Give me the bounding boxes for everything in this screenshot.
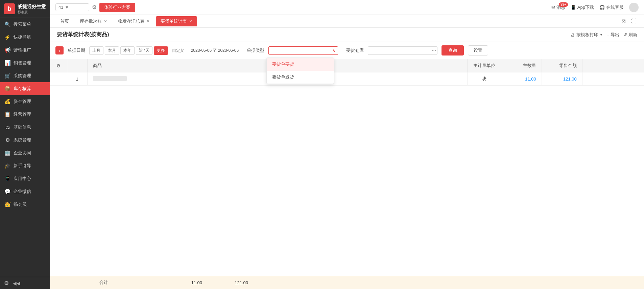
sidebar-item-finance[interactable]: 💰 资金管理: [0, 95, 50, 108]
marketing-icon: 📢: [4, 47, 11, 53]
filter-expand-button[interactable]: ›: [55, 46, 64, 54]
dropdown-item-order-goods[interactable]: 要货单要货: [267, 58, 334, 71]
tab-order-stats[interactable]: 要货单统计表 ✕: [156, 16, 197, 26]
sidebar-item-inventory[interactable]: 📦 库存核算: [0, 82, 50, 95]
sidebar-item-label: 采购管理: [14, 73, 31, 79]
org-selector[interactable]: 41 ▼: [55, 3, 89, 11]
print-icon: 🖨: [571, 32, 575, 37]
footer-qty: 11.00: [167, 280, 208, 285]
type-dropdown: 要货单要货 要货单退货: [266, 58, 334, 84]
sidebar-item-label: 应用中心: [14, 176, 31, 182]
table-footer: 合计 11.00 121.00: [50, 276, 644, 289]
date-cur-month-button[interactable]: 本月: [105, 46, 119, 55]
settings-button[interactable]: 设置: [468, 45, 488, 55]
sidebar-item-purchase[interactable]: 🛒 采购管理: [0, 69, 50, 82]
message-item[interactable]: ✉ 消息 99+: [551, 4, 565, 10]
operations-icon: 📋: [4, 111, 11, 117]
org-chevron-icon: ▼: [65, 5, 69, 10]
message-icon: ✉: [551, 5, 555, 10]
sidebar-item-system[interactable]: ⚙ 系统管理: [0, 134, 50, 147]
warehouse-select-input[interactable]: [368, 46, 437, 55]
page-content: 要货单统计表(按商品) 🖨 按模板打印 ▼ ↓ 导出 ↺ 刷新 ›: [50, 28, 644, 289]
sidebar-settings-icon[interactable]: ⚙: [4, 280, 9, 286]
sidebar-item-search[interactable]: 🔍 搜索菜单: [0, 18, 50, 31]
print-button[interactable]: 🖨 按模板打印 ▼: [571, 32, 603, 38]
online-service-item[interactable]: 🎧 在线客服: [599, 4, 624, 10]
phone-icon: 📱: [571, 5, 576, 10]
quick-nav-icon: ⚡: [4, 34, 11, 40]
sidebar-item-label: 资金管理: [14, 98, 31, 105]
sidebar-item-label: 新手引导: [14, 163, 31, 169]
sidebar-item-guide[interactable]: 🎓 新手引导: [0, 159, 50, 172]
enterprise-icon: 🏢: [4, 150, 11, 156]
type-select-wrapper: ∧: [268, 46, 338, 55]
tab-receive-summary[interactable]: 收发存汇总表 ✕: [113, 16, 154, 26]
footer-unit: [133, 280, 167, 285]
header-right: ✉ 消息 99+ 📱 App下载 🎧 在线客服: [551, 3, 639, 12]
tab-stock-batch-close[interactable]: ✕: [104, 19, 107, 24]
footer-amount: 121.00: [208, 280, 248, 285]
type-select-input[interactable]: [268, 46, 338, 55]
date-year-button[interactable]: 本年: [120, 46, 135, 55]
sidebar-logo: b 畅捷通好生意 标准版: [0, 0, 50, 18]
header-left: 41 ▼ ⚙ 体验行业方案: [55, 3, 135, 12]
table-area: ⚙ 商品 主计量单位 主数量 零售金额 1: [50, 59, 644, 276]
date-custom-button[interactable]: 自定义: [169, 47, 187, 54]
export-button[interactable]: ↓ 导出: [607, 32, 620, 38]
dropdown-item-order-return[interactable]: 要货单退货: [267, 71, 334, 84]
date-prev-month-button[interactable]: 上月: [89, 46, 103, 55]
date-range-buttons: 上月 本月 本年 近7天 更多 自定义: [89, 46, 187, 55]
sidebar-item-basic[interactable]: 🗂 基础信息: [0, 121, 50, 134]
tab-fullscreen-button[interactable]: ⛶: [629, 17, 639, 25]
tab-stock-batch-label: 库存批次账: [80, 18, 102, 24]
warehouse-filter-label: 要货仓库: [346, 47, 364, 53]
sidebar-item-label: 销售管理: [14, 60, 31, 66]
row-settings: [50, 72, 67, 86]
sidebar-item-label: 快捷导航: [14, 34, 31, 40]
qty-link[interactable]: 11.00: [525, 76, 536, 82]
sidebar-item-label: 库存核算: [14, 86, 31, 92]
refresh-button[interactable]: ↺ 刷新: [623, 32, 637, 38]
sidebar-item-label: 畅会员: [14, 201, 27, 207]
date-recent-button[interactable]: 近7天: [136, 46, 152, 55]
tab-order-stats-label: 要货单统计表: [161, 18, 187, 24]
footer-total-label: 合计: [99, 280, 108, 286]
app-download-label: App下载: [577, 4, 594, 10]
tab-receive-summary-close[interactable]: ✕: [146, 19, 150, 24]
more-filters-button[interactable]: ···: [432, 47, 436, 53]
sidebar-item-marketing[interactable]: 📢 营销推广: [0, 44, 50, 57]
purchase-icon: 🛒: [4, 73, 11, 79]
sidebar-item-appstore[interactable]: 📱 应用中心: [0, 172, 50, 185]
query-button[interactable]: 查询: [442, 45, 464, 55]
sidebar-item-quick-nav[interactable]: ⚡ 快捷导航: [0, 31, 50, 44]
sidebar-collapse-icon[interactable]: ◀◀: [13, 281, 20, 286]
sidebar-item-wechat[interactable]: 💬 企业微信: [0, 185, 50, 198]
sidebar-item-label: 基础信息: [14, 124, 31, 130]
sidebar-item-label: 企业协同: [14, 150, 31, 156]
tab-home-label: 首页: [60, 18, 69, 24]
tab-maximize-button[interactable]: ⊠: [619, 17, 628, 25]
wechat-icon: 💬: [4, 188, 11, 195]
tab-order-stats-close[interactable]: ✕: [189, 19, 192, 24]
sidebar-item-operations[interactable]: 📋 经营管理: [0, 108, 50, 121]
sidebar-item-label: 系统管理: [14, 137, 31, 143]
trial-button[interactable]: 体验行业方案: [99, 3, 135, 12]
col-header-settings[interactable]: ⚙: [50, 59, 67, 72]
footer-label: 合计: [55, 280, 133, 286]
sidebar: b 畅捷通好生意 标准版 🔍 搜索菜单 ⚡ 快捷导航 📢 营销推广 📊 销售管理…: [0, 0, 50, 289]
settings-gear-icon[interactable]: ⚙: [92, 4, 97, 10]
system-icon: ⚙: [4, 137, 11, 143]
user-avatar[interactable]: [629, 3, 639, 12]
app-download-item[interactable]: 📱 App下载: [571, 4, 594, 10]
date-more-button[interactable]: 更多: [154, 46, 168, 55]
tab-stock-batch[interactable]: 库存批次账 ✕: [75, 16, 112, 26]
amount-link[interactable]: 121.00: [563, 76, 577, 82]
message-badge: 99+: [559, 2, 568, 7]
sidebar-item-sales[interactable]: 📊 销售管理: [0, 57, 50, 69]
row-extra: [582, 72, 644, 86]
sidebar-item-member[interactable]: 👑 畅会员: [0, 198, 50, 211]
col-header-amount: 零售金额: [542, 59, 582, 72]
sidebar-item-enterprise[interactable]: 🏢 企业协同: [0, 147, 50, 159]
service-icon: 🎧: [599, 5, 605, 10]
tab-home[interactable]: 首页: [55, 16, 74, 26]
